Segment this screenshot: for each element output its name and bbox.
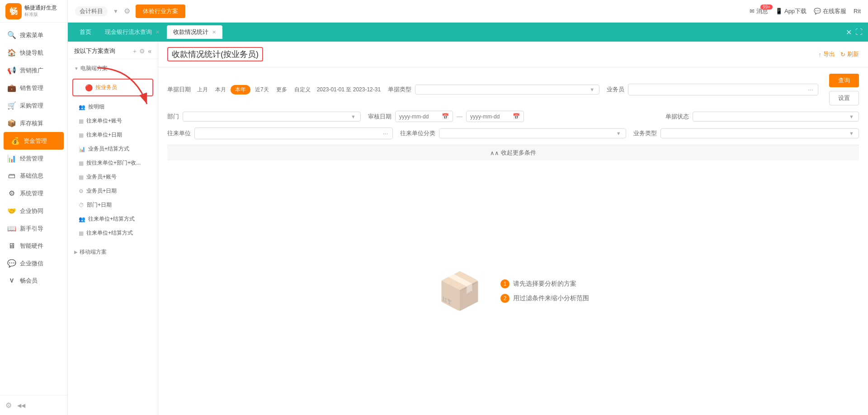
panel-add-icon[interactable]: + (133, 47, 137, 55)
sidebar-item-search[interactable]: 🔍 搜索菜单 (0, 26, 67, 44)
audit-from-input[interactable] (399, 113, 440, 120)
sidebar-item-sales[interactable]: 💼 销售管理 (0, 79, 67, 97)
staff-more-icon[interactable]: ··· (808, 86, 813, 93)
tab-receipt-close-icon[interactable]: ✕ (212, 29, 216, 35)
panel-item-unit-dept[interactable]: ▦ 按往来单位+部门+收... (68, 156, 158, 170)
date-tab-7days[interactable]: 近7天 (252, 85, 272, 94)
dept-select[interactable]: ▼ (183, 112, 361, 122)
sidebar-item-purchase[interactable]: 🛒 采购管理 (0, 97, 67, 114)
online-service-button[interactable]: 💬 在线客服 (814, 7, 846, 15)
sidebar-item-marketing[interactable]: 📢 营销推广 (0, 61, 67, 79)
sidebar-item-quicknav[interactable]: 🏠 快捷导航 (0, 44, 67, 61)
audit-date-to[interactable]: 📅 (466, 111, 524, 122)
date-tab-thisyear[interactable]: 本年 (231, 85, 250, 94)
query-button[interactable]: 查询 (829, 74, 859, 87)
staff-select[interactable]: ··· (628, 84, 818, 95)
tab-bank-close-icon[interactable]: ✕ (156, 29, 160, 35)
partner-more-icon[interactable]: ··· (383, 130, 388, 137)
marketing-icon: 📢 (7, 66, 16, 75)
panel-header: 按以下方案查询 + ⚙ « (68, 42, 158, 59)
search-row-1: 单据日期 上月 本月 本年 近7天 更多 自定义 2023-01-01 至 20… (167, 74, 859, 105)
mobile-section-header[interactable]: ▶ 移动端方案 (68, 245, 158, 259)
dept-label: 部门 (167, 113, 179, 121)
partner-category-select[interactable]: ▼ (439, 128, 626, 138)
search-area: 单据日期 上月 本月 本年 近7天 更多 自定义 2023-01-01 至 20… (158, 67, 868, 167)
date-tab-lastmonth[interactable]: 上月 (194, 85, 211, 94)
doc-status-select[interactable]: ▼ (693, 112, 859, 122)
sidebar-item-guide[interactable]: 📖 新手引导 (0, 220, 67, 237)
right-panel: 收款情况统计(按业务员) ↑ 导出 ↻ 刷新 (158, 42, 868, 415)
panel-item-unit-payment2[interactable]: ▦ 往来单位+结算方式 (68, 226, 158, 240)
sidebar-item-basic[interactable]: 🗃 基础信息 (0, 167, 67, 184)
type-select-arrow: ▼ (590, 87, 594, 92)
doc-status-field: 单据状态 ▼ (665, 112, 859, 122)
hardware-icon: 🖥 (7, 242, 16, 250)
sidebar-settings-icon[interactable]: ⚙ (5, 401, 12, 410)
message-badge: 99+ (760, 5, 773, 9)
sales-icon: 💼 (7, 84, 16, 92)
audit-from-calendar-icon[interactable]: 📅 (442, 113, 449, 120)
sidebar-item-wechat[interactable]: 💬 企业微信 (0, 255, 67, 272)
panel-item-by-staff[interactable]: 🔴 按业务员 (74, 80, 151, 94)
header-settings-icon[interactable]: ⚙ (124, 7, 130, 15)
tab-home[interactable]: 首页 (73, 25, 98, 39)
panel-item-staff-date[interactable]: ⚙ 业务员+日期 (68, 184, 158, 198)
header-bar: 会计科目 ▼ ⚙ 体验行业方案 ✉ 消息 99+ 📱 App下载 💬 在线客服 (68, 0, 868, 23)
panel-item-staff-account[interactable]: ▦ 业务员+账号 (68, 170, 158, 184)
search-icon: 🔍 (7, 31, 16, 39)
inventory-icon: 📦 (7, 119, 16, 127)
panel-item-unit-payment1[interactable]: 👥 往来单位+结算方式 (68, 212, 158, 226)
refresh-icon: ↻ (840, 51, 845, 58)
mobile-section-expand-icon: ▶ (74, 250, 78, 255)
panel-collapse-icon[interactable]: « (148, 47, 151, 55)
sidebar-item-system[interactable]: ⚙ 系统管理 (0, 184, 67, 202)
panel-item-by-detail[interactable]: 👥 按明细 (68, 100, 158, 114)
type-select[interactable]: ▼ (415, 85, 599, 94)
audit-date-from[interactable]: 📅 (395, 111, 453, 122)
home-icon: 🏠 (7, 48, 16, 57)
settings-button[interactable]: 设置 (829, 91, 859, 105)
trial-button[interactable]: 体验行业方案 (136, 5, 185, 18)
staff-payment-icon: 📊 (79, 146, 85, 152)
panel-item-unit-date[interactable]: ▦ 往来单位+日期 (68, 128, 158, 142)
audit-to-input[interactable] (470, 113, 511, 120)
sidebar-item-member[interactable]: V 畅会员 (0, 272, 67, 289)
unit-payment1-icon: 👥 (79, 216, 85, 222)
collapse-button[interactable]: ∧∧ 收起更多条件 (167, 145, 859, 160)
tab-receipt[interactable]: 收款情况统计 ✕ (167, 25, 222, 39)
sidebar-item-inventory[interactable]: 📦 库存核算 (0, 114, 67, 132)
panel-item-dept-date[interactable]: ⏱ 部门+日期 (68, 198, 158, 212)
type-label: 单据类型 (388, 85, 411, 94)
tab-bar: 首页 现金银行流水查询 ✕ 收款情况统计 ✕ ✕ ⛶ (68, 23, 868, 42)
staff-date-icon: ⚙ (79, 188, 84, 194)
refresh-button[interactable]: ↻ 刷新 (840, 50, 859, 58)
sidebar-item-operation[interactable]: 📊 经营管理 (0, 150, 67, 167)
tab-expand-icon[interactable]: ⛶ (855, 28, 863, 36)
tab-bank[interactable]: 现金银行流水查询 ✕ (99, 25, 166, 39)
user-avatar[interactable]: Rit (854, 8, 861, 14)
sidebar-collapse-icon[interactable]: ◀◀ (17, 402, 25, 409)
biz-type-select[interactable]: ▼ (660, 128, 859, 138)
sidebar-item-finance[interactable]: 💰 资金管理 (4, 132, 64, 150)
date-tab-more[interactable]: 更多 (274, 85, 290, 94)
tab-close-all-icon[interactable]: ✕ (846, 28, 852, 37)
unit-account-icon: ▦ (79, 118, 84, 124)
messages-button[interactable]: ✉ 消息 99+ (750, 7, 768, 15)
audit-to-calendar-icon[interactable]: 📅 (513, 113, 520, 120)
sidebar-item-hardware[interactable]: 🖥 智能硬件 (0, 237, 67, 255)
partner-select[interactable]: ··· (194, 127, 393, 139)
page-title: 收款情况统计(按业务员) (172, 50, 259, 59)
panel-item-unit-account[interactable]: ▦ 往来单位+账号 (68, 114, 158, 128)
page-title-highlight: 收款情况统计(按业务员) (167, 47, 263, 61)
panel-item-staff-payment[interactable]: 📊 业务员+结算方式 (68, 142, 158, 156)
search-row-2: 部门 ▼ 审核日期 📅 — (167, 111, 859, 122)
partner-category-label: 往来单位分类 (400, 129, 435, 137)
dropdown-icon[interactable]: ▼ (113, 8, 118, 14)
date-tab-thismonth[interactable]: 本月 (212, 85, 229, 94)
export-button[interactable]: ↑ 导出 (819, 50, 835, 58)
desktop-section-header[interactable]: ▼ 电脑端方案 (68, 62, 158, 75)
panel-settings-icon[interactable]: ⚙ (139, 47, 145, 55)
app-download-button[interactable]: 📱 App下载 (775, 7, 807, 15)
sidebar-item-corp[interactable]: 🤝 企业协同 (0, 202, 67, 220)
date-tab-custom[interactable]: 自定义 (292, 85, 313, 94)
